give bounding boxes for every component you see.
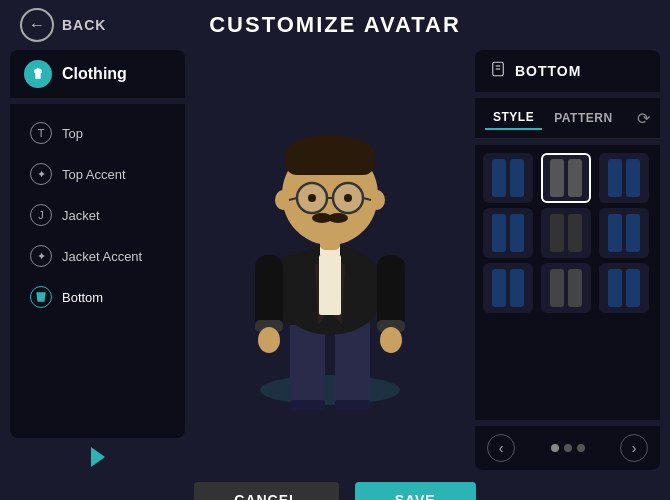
svg-rect-21	[285, 150, 375, 175]
sidebar-item-top[interactable]: T Top	[16, 113, 179, 153]
svg-rect-44	[492, 214, 506, 252]
panel-nav: ‹ ›	[475, 426, 660, 470]
jacket-accent-icon: ✦	[30, 245, 52, 267]
svg-rect-51	[510, 269, 524, 307]
svg-rect-50	[492, 269, 506, 307]
svg-rect-39	[510, 159, 524, 197]
next-arrow-icon	[91, 447, 105, 467]
back-label: BACK	[62, 17, 106, 33]
menu-list: T Top ✦ Top Accent J Jacket ✦ Jacket Acc…	[10, 104, 185, 438]
style-item-3[interactable]	[599, 153, 649, 203]
svg-point-23	[369, 190, 385, 210]
nav-dot-2	[564, 444, 572, 452]
footer: CANCEL SAVE	[0, 470, 670, 500]
svg-rect-3	[290, 400, 325, 410]
nav-dot-3	[577, 444, 585, 452]
panel-icon	[489, 60, 507, 82]
category-header: Clothing	[10, 50, 185, 98]
save-button[interactable]: SAVE	[355, 482, 476, 500]
style-item-4[interactable]	[483, 208, 533, 258]
jacket-label: Jacket	[62, 208, 100, 223]
svg-rect-45	[510, 214, 524, 252]
jacket-icon: J	[30, 204, 52, 226]
svg-rect-40	[550, 159, 564, 197]
style-item-5[interactable]	[541, 208, 591, 258]
bottom-icon	[30, 286, 52, 308]
sidebar: Clothing T Top ✦ Top Accent J Jacket ✦ J…	[10, 50, 185, 470]
back-circle-icon: ←	[20, 8, 54, 42]
top-accent-icon: ✦	[30, 163, 52, 185]
svg-point-0	[260, 375, 400, 405]
svg-rect-4	[335, 400, 370, 410]
avatar-area	[195, 50, 465, 470]
svg-rect-47	[568, 214, 582, 252]
back-button[interactable]: ← BACK	[20, 8, 106, 42]
sidebar-item-jacket-accent[interactable]: ✦ Jacket Accent	[16, 236, 179, 276]
svg-rect-41	[568, 159, 582, 197]
nav-dot-1	[551, 444, 559, 452]
panel-header: BOTTOM	[475, 50, 660, 92]
svg-rect-49	[626, 214, 640, 252]
sidebar-item-jacket[interactable]: J Jacket	[16, 195, 179, 235]
svg-point-14	[258, 327, 280, 353]
clothing-icon	[24, 60, 52, 88]
svg-rect-52	[550, 269, 564, 307]
top-label: Top	[62, 126, 83, 141]
next-icon: ›	[632, 440, 637, 456]
style-item-6[interactable]	[599, 208, 649, 258]
header: ← BACK CUSTOMIZE AVATAR	[0, 0, 670, 50]
main-content: Clothing T Top ✦ Top Accent J Jacket ✦ J…	[0, 50, 670, 470]
svg-rect-48	[608, 214, 622, 252]
svg-rect-38	[492, 159, 506, 197]
svg-rect-42	[608, 159, 622, 197]
panel-title: BOTTOM	[515, 63, 581, 79]
prev-button[interactable]: ‹	[487, 434, 515, 462]
share-icon[interactable]: ⟳	[637, 109, 650, 128]
sidebar-next[interactable]	[10, 444, 185, 470]
bottom-label: Bottom	[62, 290, 103, 305]
avatar-display	[220, 90, 440, 430]
svg-rect-55	[626, 269, 640, 307]
svg-point-32	[344, 194, 352, 202]
sidebar-item-top-accent[interactable]: ✦ Top Accent	[16, 154, 179, 194]
svg-rect-11	[319, 255, 341, 315]
style-grid	[475, 145, 660, 420]
svg-rect-12	[255, 255, 283, 330]
page-title: CUSTOMIZE AVATAR	[209, 12, 461, 38]
style-item-2[interactable]	[541, 153, 591, 203]
nav-dots	[551, 444, 585, 452]
next-button[interactable]: ›	[620, 434, 648, 462]
prev-icon: ‹	[499, 440, 504, 456]
category-label: Clothing	[62, 65, 127, 83]
svg-rect-46	[550, 214, 564, 252]
style-item-7[interactable]	[483, 263, 533, 313]
style-item-1[interactable]	[483, 153, 533, 203]
svg-point-22	[275, 190, 291, 210]
svg-point-17	[380, 327, 402, 353]
tab-pattern[interactable]: PATTERN	[546, 107, 620, 129]
jacket-accent-label: Jacket Accent	[62, 249, 142, 264]
top-accent-label: Top Accent	[62, 167, 126, 182]
top-icon: T	[30, 122, 52, 144]
svg-point-31	[308, 194, 316, 202]
style-item-8[interactable]	[541, 263, 591, 313]
svg-point-34	[328, 213, 348, 223]
sidebar-item-bottom[interactable]: Bottom	[16, 277, 179, 317]
tab-style[interactable]: STYLE	[485, 106, 542, 130]
right-panel: BOTTOM STYLE PATTERN ⟳	[475, 50, 660, 470]
style-item-9[interactable]	[599, 263, 649, 313]
svg-rect-53	[568, 269, 582, 307]
cancel-button[interactable]: CANCEL	[194, 482, 338, 500]
panel-tabs: STYLE PATTERN ⟳	[475, 98, 660, 139]
svg-rect-15	[377, 255, 405, 330]
svg-rect-43	[626, 159, 640, 197]
svg-rect-54	[608, 269, 622, 307]
